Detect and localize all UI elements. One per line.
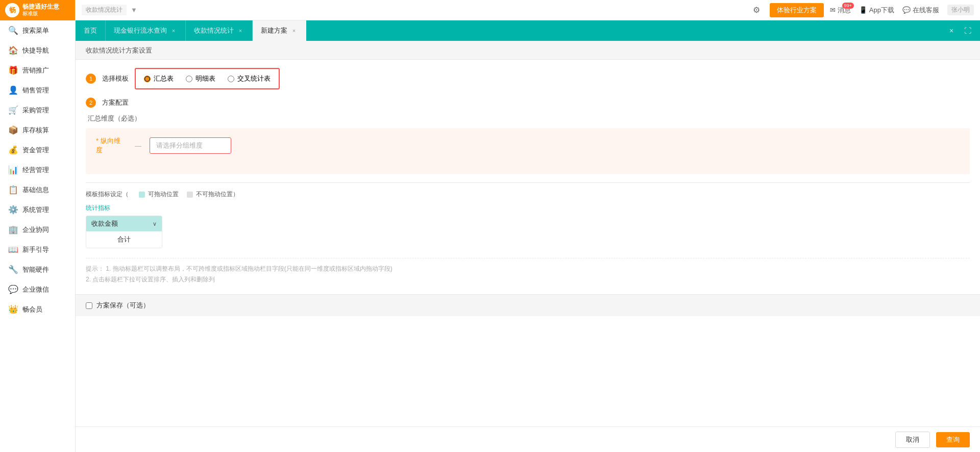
tab-bar: 首页 现金银行流水查询 × 收款情况统计 × 新建方案 × × ⛶ — [76, 20, 980, 41]
enterprise-icon: 🏢 — [8, 225, 18, 234]
dimension-arrow-icon: — — [135, 142, 141, 150]
download-label: App下载 — [869, 6, 894, 15]
purchase-icon: 🛒 — [8, 105, 18, 115]
breadcrumb: 收款情况统计 — [82, 5, 127, 15]
tab-cash-flow-close-icon[interactable]: × — [170, 27, 177, 34]
tab-cash-flow[interactable]: 现金银行流水查询 × — [106, 20, 186, 41]
tab-new-plan[interactable]: 新建方案 × — [253, 20, 306, 41]
sidebar-item-enterprise[interactable]: 🏢 企业协同 — [0, 220, 75, 240]
step2-title: 方案配置 — [102, 98, 129, 107]
system-icon: ⚙️ — [8, 205, 18, 215]
sidebar-item-operations[interactable]: 📊 经营管理 — [0, 160, 75, 180]
page-title: 收款情况统计方案设置 — [76, 41, 980, 60]
radio-cross[interactable]: 交叉统计表 — [228, 74, 271, 83]
tab-new-plan-close-icon[interactable]: × — [290, 27, 298, 34]
save-option-label[interactable]: 方案保存（可选） — [96, 301, 150, 310]
header-right: ✉ 消息 99+ 📱 App下载 💬 在线客服 张小明 — [830, 5, 974, 15]
sidebar-item-finance[interactable]: 💰 资金管理 — [0, 140, 75, 160]
sidebar: 畅 畅捷通好生意 标准版 🔍 搜索菜单 🏠 快捷导航 🎁 营销推广 👤 销售管理… — [0, 0, 76, 452]
save-option-row: 方案保存（可选） — [76, 294, 980, 316]
radio-detail[interactable]: 明细表 — [186, 74, 215, 83]
tab-receipt-stats[interactable]: 收款情况统计 × — [186, 20, 253, 41]
sidebar-item-search-menu[interactable]: 🔍 搜索菜单 — [0, 20, 75, 40]
legend-non-draggable: 不可拖动位置） — [187, 190, 239, 199]
radio-summary-input[interactable] — [144, 76, 151, 82]
sidebar-item-quick-nav[interactable]: 🏠 快捷导航 — [0, 40, 75, 60]
tab-receipt-stats-close-icon[interactable]: × — [237, 27, 244, 34]
tab-new-plan-label: 新建方案 — [261, 26, 287, 35]
breadcrumb-chevron-icon: ▼ — [131, 6, 137, 14]
sidebar-item-label: 销售管理 — [22, 86, 49, 95]
step1-badge: 1 — [86, 74, 96, 84]
radio-detail-label: 明细表 — [195, 74, 215, 83]
sidebar-item-sales[interactable]: 👤 销售管理 — [0, 80, 75, 100]
sidebar-item-label: 资金管理 — [22, 146, 49, 155]
logo-icon: 畅 — [5, 3, 19, 17]
finance-icon: 💰 — [8, 145, 18, 155]
sidebar-item-label: 库存核算 — [22, 126, 49, 135]
gear-button[interactable]: ⚙ — [749, 3, 764, 17]
footer-bar: 取消 查询 — [76, 426, 980, 452]
step1-row: 1 选择模板 汇总表 明细表 交叉统计表 — [86, 68, 970, 89]
sidebar-item-label: 智能硬件 — [22, 265, 49, 274]
form-section: 1 选择模板 汇总表 明细表 交叉统计表 — [76, 60, 980, 294]
vertical-dimension-label: * 纵向维度 — [96, 136, 127, 155]
sidebar-item-hardware[interactable]: 🔧 智能硬件 — [0, 259, 75, 279]
dimension-area: * 纵向维度 — 请选择分组维度 — [86, 128, 970, 174]
step2-badge: 2 — [86, 98, 96, 108]
vertical-dimension-row: * 纵向维度 — 请选择分组维度 — [96, 136, 960, 155]
sidebar-item-wechat[interactable]: 💬 企业微信 — [0, 279, 75, 299]
basic-info-icon: 📋 — [8, 185, 18, 195]
radio-cross-label: 交叉统计表 — [237, 74, 271, 83]
save-option-checkbox[interactable] — [86, 302, 92, 309]
sidebar-item-member[interactable]: 👑 畅会员 — [0, 299, 75, 319]
stats-label: 统计指标 — [86, 204, 970, 212]
tab-close-all-button[interactable]: × — [945, 25, 958, 37]
sidebar-logo: 畅 畅捷通好生意 标准版 — [0, 0, 75, 20]
sidebar-item-label: 搜索菜单 — [22, 26, 49, 35]
radio-summary-label: 汇总表 — [154, 74, 174, 83]
logo-text: 畅捷通好生意 标准版 — [22, 3, 59, 17]
draggable-dot — [139, 192, 145, 198]
tab-bar-actions: × ⛶ — [939, 25, 980, 37]
sidebar-item-inventory[interactable]: 📦 库存核算 — [0, 120, 75, 140]
tab-home[interactable]: 首页 — [76, 20, 106, 41]
tab-expand-button[interactable]: ⛶ — [962, 25, 974, 37]
non-draggable-label: 不可拖动位置） — [196, 190, 239, 199]
message-button[interactable]: ✉ 消息 99+ — [830, 6, 851, 15]
online-service-button[interactable]: 💬 在线客服 — [902, 6, 939, 15]
hardware-icon: 🔧 — [8, 265, 18, 274]
plan-config: 2 方案配置 汇总维度（必选） * 纵向维度 — 请选择分组维度 — [86, 98, 970, 284]
app-download-button[interactable]: 📱 App下载 — [859, 6, 894, 15]
radio-summary[interactable]: 汇总表 — [144, 74, 174, 83]
sidebar-item-purchase[interactable]: 🛒 采购管理 — [0, 100, 75, 120]
template-select-row: 汇总表 明细表 交叉统计表 — [135, 68, 280, 89]
sidebar-item-system[interactable]: ⚙️ 系统管理 — [0, 200, 75, 220]
step2-row: 2 方案配置 — [86, 98, 970, 108]
sidebar-item-label: 系统管理 — [22, 205, 49, 215]
sidebar-item-marketing[interactable]: 🎁 营销推广 — [0, 60, 75, 80]
sidebar-item-label: 企业协同 — [22, 225, 49, 234]
sidebar-item-label: 经营管理 — [22, 165, 49, 175]
sidebar-item-label: 营销推广 — [22, 66, 49, 75]
message-badge: 99+ — [842, 3, 854, 9]
user-avatar[interactable]: 张小明 — [947, 5, 974, 15]
metrics-header-row[interactable]: 收款金额 ∨ — [86, 216, 162, 231]
marketing-icon: 🎁 — [8, 65, 18, 75]
tip-text-1: 提示： 1. 拖动标题栏可以调整布局，不可跨维度或指标区域拖动栏目字段(只能在同… — [86, 265, 970, 273]
metrics-header-cell: 收款金额 — [91, 219, 118, 228]
radio-cross-input[interactable] — [228, 76, 234, 82]
metrics-table: 收款金额 ∨ 合计 — [86, 216, 162, 248]
dimension-select[interactable]: 请选择分组维度 — [150, 137, 231, 154]
metrics-header: 模板指标设定（ 可拖动位置 不可拖动位置） — [86, 190, 970, 199]
query-button[interactable]: 查询 — [936, 432, 970, 447]
sidebar-item-basic-info[interactable]: 📋 基础信息 — [0, 180, 75, 200]
sidebar-item-guide[interactable]: 📖 新手引导 — [0, 240, 75, 259]
tips-section: 提示： 1. 拖动标题栏可以调整布局，不可跨维度或指标区域拖动栏目字段(只能在同… — [86, 258, 970, 284]
radio-detail-input[interactable] — [186, 76, 192, 82]
industry-btn[interactable]: 体验行业方案 — [770, 3, 824, 17]
dimension-section-title: 汇总维度（必选） — [86, 114, 970, 123]
search-menu-icon: 🔍 — [8, 26, 18, 35]
metrics-data-cell: 合计 — [86, 231, 162, 248]
cancel-button[interactable]: 取消 — [895, 432, 930, 448]
